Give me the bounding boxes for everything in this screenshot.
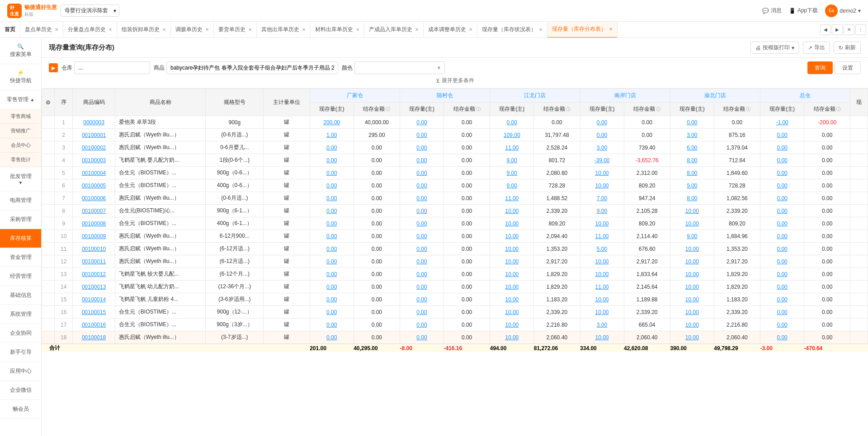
table-cell: 0.00 [804,230,850,243]
table-cell: 0.00 [580,129,624,141]
table-cell: 0.00 [400,217,443,230]
footer-label: 合计 [42,344,310,352]
tab-combo[interactable]: 组装拆卸单历史 ✕ [117,22,171,38]
sidebar-item-purchase[interactable]: 采购管理 [0,210,41,229]
table-cell: 1.00 [310,129,354,141]
close-icon[interactable]: ✕ [539,27,542,32]
color-input[interactable] [354,61,445,74]
color-filter: 颜色 ▾ [342,61,440,74]
tab-menu-btn[interactable]: ⋮ [855,24,866,35]
table-cell: 10.00 [580,306,624,319]
expand-conditions-btn[interactable]: ⊻ 展开更多条件 [436,77,474,84]
table-cell: 0.00 [804,306,850,319]
table-cell: 16 [55,306,73,319]
tab-material-out[interactable]: 材料出库单历史 ✕ [311,22,364,38]
table-cell [42,217,55,230]
search-button[interactable]: 查询 [807,61,833,74]
sidebar-item-ecommerce[interactable]: 电商管理 [0,191,41,210]
close-icon[interactable]: ✕ [108,27,112,32]
table-cell: 罐 [264,129,310,141]
sidebar-item-retail-stats[interactable]: 零售统计 [0,153,41,167]
table-cell: 2,114.40 [624,230,670,243]
close-icon[interactable]: ✕ [356,27,359,32]
sidebar-item-inventory[interactable]: 库存核算 [0,229,41,248]
table-cell: 2,080.80 [534,167,580,179]
sidebar-item-member[interactable]: 会员中心 [0,138,41,153]
sidebar-item-enterprise[interactable]: 企业协同 [0,324,41,343]
close-icon[interactable]: ✕ [205,27,209,32]
table-cell: 17 [55,319,73,331]
sidebar-item-member2[interactable]: 畅会员 [0,400,41,419]
logo-area: 好生意 畅捷通好生意 标版 [7,4,57,18]
tab-sub-inventory[interactable]: 分量盘点单历史 ✕ [63,22,117,38]
close-icon[interactable]: ✕ [162,27,166,32]
sidebar-item-retail-store[interactable]: 零售商城 [0,109,41,124]
tab-finished-in[interactable]: 产成品入库单历史 ✕ [364,22,424,38]
col-total-qty: 现存量(主) [760,103,804,116]
sidebar-item-basic[interactable]: 基础信息 [0,286,41,305]
sidebar-item-appcenter[interactable]: 应用中心 [0,362,41,381]
table-cell: 4 [55,154,73,167]
table-cell: 惠氏启赋（Wyeth illu...） [115,141,206,154]
app-download-btn[interactable]: 📱 App下载 [789,7,818,14]
table-cell: 10.00 [490,217,534,230]
table-cell [42,306,55,319]
table-footer: 合计 201.00 40,295.00 -8.00 -416.16 494.00… [42,344,868,352]
close-icon[interactable]: ✕ [609,27,613,32]
close-icon[interactable]: ✕ [415,27,419,32]
sidebar-item-wholesale[interactable]: 批发管理 ▼ [0,167,41,191]
table-cell: 9.00 [490,179,534,192]
sidebar-item-guide[interactable]: 新手引导 [0,343,41,362]
sidebar-item-operations[interactable]: 经营管理 [0,267,41,286]
table-cell: 罐 [264,205,310,217]
message-btn[interactable]: 💬 消息 [762,7,782,14]
sidebar-item-shortcut[interactable]: ⚡ 快捷导航 [0,64,41,90]
table-cell: 1,833.64 [624,268,670,281]
sidebar-item-search[interactable]: 🔍 搜索英单 [0,38,41,64]
org-selector[interactable]: 母婴行业演示陈套 ▾ [61,5,119,17]
sidebar-item-marketing[interactable]: 营销推广 [0,124,41,138]
close-icon[interactable]: ✕ [248,27,252,32]
user-menu[interactable]: Ea demo2 ▾ [825,5,861,17]
tab-prev-btn[interactable]: ◀ [820,24,831,35]
goods-input[interactable] [166,61,338,74]
table-cell: 0.00 [354,141,400,154]
tab-close-btn[interactable]: ✕ [844,24,854,35]
tab-other-out[interactable]: 其他出库单历史 ✕ [257,22,311,38]
sidebar-item-finance[interactable]: 资金管理 [0,248,41,267]
table-cell: 2,216.80 [534,319,580,331]
table-cell: 665.04 [624,319,670,331]
table-cell [42,154,55,167]
sidebar-item-system[interactable]: 系统管理 [0,305,41,324]
tab-cost-adjust[interactable]: 成本调整单历史 ✕ [424,22,477,38]
setting-button[interactable]: 设置 [835,61,861,74]
inventory-table: ⚙ 序 商品编码 商品名称 规格型号 主计量单位 厂家仓 陆村仓 江北门店 南岸… [42,89,868,352]
warehouse-input[interactable] [74,61,150,74]
sidebar-item-wechat[interactable]: 企业微信 [0,381,41,400]
sidebar-item-retail-mgmt[interactable]: 零售管理 ▲ [0,90,41,109]
table-cell: 0.00 [400,331,443,344]
print-btn[interactable]: 🖨 按模版打印 ▾ [750,42,799,54]
tab-transfer[interactable]: 调拨单历史 ✕ [171,22,214,38]
close-icon[interactable]: ✕ [469,27,472,32]
refresh-btn[interactable]: ↻ 刷新 [834,42,861,54]
table-cell: 1,353.20 [534,243,580,255]
tab-purchase-order[interactable]: 要货单历史 ✕ [214,22,257,38]
expand-bar: ⊻ 展开更多条件 [49,77,861,84]
tab-inventory-count[interactable]: 盘点单历史 ✕ [20,22,63,38]
tab-next-btn[interactable]: ▶ [832,24,843,35]
close-icon[interactable]: ✕ [55,27,58,32]
table-cell [850,268,868,281]
table-cell [42,243,55,255]
collapse-filter-btn[interactable]: ▶ [49,63,58,72]
tab-stock-dist[interactable]: 现存量（库存分布表）✕ [547,22,618,38]
tab-home[interactable]: 首页 [0,22,20,38]
export-btn[interactable]: ↗ 导出 [803,42,830,54]
footer-extra [850,344,868,352]
sidebar-sub-retail: 零售商城 营销推广 会员中心 零售统计 [0,109,41,167]
table-cell: 2,528.24 [534,141,580,154]
table-cell: 0.00 [310,319,354,331]
close-icon[interactable]: ✕ [302,27,306,32]
col-settings[interactable]: ⚙ [42,89,55,116]
tab-stock-status[interactable]: 现存量（库存状况表）✕ [477,22,547,38]
